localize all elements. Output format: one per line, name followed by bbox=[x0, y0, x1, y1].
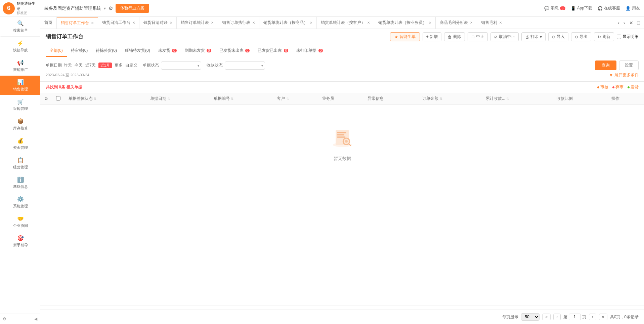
page-input[interactable] bbox=[569, 314, 581, 320]
tab-close-sales-by-customer[interactable]: ✕ bbox=[367, 21, 370, 25]
tab-cash-reconcile[interactable]: 钱货日清对账 ✕ bbox=[139, 17, 177, 29]
tab-sales-by-staff[interactable]: 销货单统计表（按业务员） ✕ bbox=[374, 17, 436, 29]
tab-cash-daily-workbench[interactable]: 钱货日清工作台 ✕ bbox=[98, 17, 139, 29]
tab-sales-order-workbench[interactable]: 销售订单工作台 ✕ bbox=[57, 17, 98, 29]
next-page-btn[interactable]: › bbox=[589, 314, 596, 320]
tab-close-cash-daily[interactable]: ✕ bbox=[132, 21, 135, 25]
import-btn[interactable]: ⊙ 导入 bbox=[548, 32, 568, 41]
tab-close-margin-analysis[interactable]: ✕ bbox=[470, 21, 473, 25]
collapse-icon[interactable]: ◀ bbox=[34, 317, 37, 321]
sidebar-item-search[interactable]: 🔍 搜索菜单 bbox=[0, 17, 40, 37]
tab-margin-analysis[interactable]: 商品毛利分析表 ✕ bbox=[436, 17, 477, 29]
sub-tab-not-printed[interactable]: 未打印单据 0 bbox=[292, 45, 327, 57]
export-btn[interactable]: ⊙ 导出 bbox=[571, 32, 591, 41]
table-scroll[interactable]: ⚙ 单据整体状态 单据日期 单 bbox=[40, 93, 644, 306]
audit-action-btn[interactable]: 审核 bbox=[597, 84, 608, 90]
tab-close-cash-reconcile[interactable]: ✕ bbox=[170, 21, 172, 25]
ship-action-btn[interactable]: 发货 bbox=[628, 84, 639, 90]
sub-tab-not-shipped[interactable]: 未发货 0 bbox=[154, 45, 181, 57]
sub-tab-shipped-not-out[interactable]: 已发货未出库 0 bbox=[215, 45, 254, 57]
date-more[interactable]: 更多 bbox=[115, 63, 123, 68]
add-btn[interactable]: + 新增 bbox=[423, 32, 441, 41]
sidebar-item-basic-info[interactable]: ℹ️ 基础信息 bbox=[0, 173, 40, 193]
system-dropdown-icon[interactable]: ▾ bbox=[104, 6, 106, 11]
col-checkbox[interactable] bbox=[52, 93, 65, 105]
horizontal-scrollbar[interactable] bbox=[40, 306, 644, 310]
tab-sales-by-customer[interactable]: 销货单统计表（按客户） ✕ bbox=[317, 17, 374, 29]
tab-maximize[interactable]: □ bbox=[636, 19, 641, 26]
tab-close-all[interactable]: ✕ bbox=[628, 19, 635, 26]
date-today[interactable]: 今天 bbox=[75, 63, 83, 68]
sub-tab-pending-audit[interactable]: 待审核(0) bbox=[67, 45, 92, 57]
refresh-btn[interactable]: ↻ 刷新 bbox=[594, 32, 614, 41]
sidebar-item-marketing[interactable]: 📢 营销推广 bbox=[0, 56, 40, 76]
col-number[interactable]: 单据编号 bbox=[210, 93, 273, 105]
sidebar-item-purchase[interactable]: 🛒 采购管理 bbox=[0, 95, 40, 115]
col-status[interactable]: 单据整体状态 bbox=[65, 93, 146, 105]
status-select[interactable] bbox=[161, 62, 201, 70]
first-page-btn[interactable]: « bbox=[542, 314, 551, 320]
col-amount[interactable]: 订单金额 bbox=[418, 93, 482, 105]
column-settings-icon[interactable]: ⚙ bbox=[44, 96, 48, 101]
sidebar-item-operations[interactable]: 📋 经营管理 bbox=[0, 154, 40, 173]
app-download-action[interactable]: 📱 App下载 bbox=[571, 5, 592, 11]
sub-tabs: 全部(0) 待审核(0) 待拣验货(0) 旺铺待发货(0) 未发货 0 到期未发… bbox=[40, 45, 644, 57]
payment-select[interactable] bbox=[225, 62, 265, 70]
tab-close-sales-by-product[interactable]: ✕ bbox=[310, 21, 312, 25]
col-staff-label: 业务员 bbox=[322, 96, 334, 101]
sidebar-item-guide[interactable]: 🎯 新手引导 bbox=[0, 232, 40, 251]
date-custom[interactable]: 自定义 bbox=[125, 63, 137, 68]
date-yesterday[interactable]: 昨天 bbox=[64, 63, 72, 68]
header-gear-icon[interactable]: ⚙ bbox=[109, 5, 113, 11]
tab-sales-stat[interactable]: 销售订单统计表 ✕ bbox=[177, 17, 218, 29]
tab-sales-exec[interactable]: 销售订单执行表 ✕ bbox=[218, 17, 259, 29]
set-btn[interactable]: 设置 bbox=[619, 60, 639, 70]
sub-tab-pending-inspect[interactable]: 待拣验货(0) bbox=[92, 45, 121, 57]
delete-btn[interactable]: 🗑 删除 bbox=[444, 32, 465, 41]
date-1month[interactable]: 近1月 bbox=[98, 63, 112, 68]
industry-btn[interactable]: 体验行业方案 bbox=[116, 4, 149, 13]
tab-close-sales-margin[interactable]: ✕ bbox=[499, 21, 502, 25]
sidebar-item-system[interactable]: ⚙️ 系统管理 bbox=[0, 193, 40, 212]
tab-close-sales-stat[interactable]: ✕ bbox=[211, 21, 214, 25]
undo-audit-action-btn[interactable]: 弃审 bbox=[612, 84, 624, 90]
sidebar-item-sales[interactable]: 📊 销售管理 bbox=[0, 76, 40, 95]
last-page-btn[interactable]: » bbox=[599, 314, 607, 320]
tab-close-sales-exec[interactable]: ✕ bbox=[252, 21, 255, 25]
tab-sales-by-product[interactable]: 销货单统计表（按商品） ✕ bbox=[259, 17, 317, 29]
suspend-btn[interactable]: ⊙ 中止 bbox=[468, 32, 488, 41]
col-cumulative[interactable]: 累计收款... bbox=[482, 93, 553, 105]
tab-scroll-left[interactable]: ‹ bbox=[616, 19, 621, 26]
select-all-checkbox[interactable] bbox=[56, 96, 60, 100]
prev-page-btn[interactable]: ‹ bbox=[553, 314, 561, 320]
sub-tab-overdue-not-shipped[interactable]: 到期未发货 0 bbox=[181, 45, 215, 57]
tab-close-sales-order[interactable]: ✕ bbox=[91, 21, 94, 25]
user-action[interactable]: 👤 用友 bbox=[626, 5, 640, 11]
print-btn[interactable]: 🖨 打印 ▾ bbox=[521, 32, 546, 41]
show-detail-checkbox[interactable] bbox=[617, 35, 621, 39]
col-customer[interactable]: 客户 bbox=[273, 93, 318, 105]
expand-conditions-btn[interactable]: ▼ 展开更多条件 bbox=[609, 72, 639, 78]
tab-home[interactable]: 首页 bbox=[40, 17, 57, 29]
tab-scroll-right[interactable]: › bbox=[622, 19, 627, 26]
show-detail-checkbox-wrap[interactable]: 显示明细 bbox=[617, 34, 639, 40]
smart-order-btn[interactable]: ★ 智能生单 bbox=[390, 32, 420, 41]
tab-sales-margin[interactable]: 销售毛利 ✕ bbox=[477, 17, 506, 29]
query-btn[interactable]: 查询 bbox=[595, 60, 616, 70]
col-date[interactable]: 单据日期 bbox=[146, 93, 210, 105]
sidebar-item-quick-nav[interactable]: ⚡ 快捷导航 bbox=[0, 37, 40, 56]
sidebar-item-collaboration[interactable]: 🤝 企业协同 bbox=[0, 212, 40, 232]
sidebar-item-finance[interactable]: 💰 资金管理 bbox=[0, 134, 40, 154]
per-page-select[interactable]: 50 100 200 bbox=[521, 313, 540, 321]
sub-tab-wangpu-pending[interactable]: 旺铺待发货(0) bbox=[121, 45, 154, 57]
cancel-suspend-btn[interactable]: ⊘ 取消中止 bbox=[490, 32, 519, 41]
sidebar-item-inventory[interactable]: 📦 库存核算 bbox=[0, 115, 40, 134]
settings-icon[interactable]: ⚙ bbox=[3, 317, 6, 321]
sub-tab-all[interactable]: 全部(0) bbox=[46, 45, 67, 57]
message-action[interactable]: 💬 消息 6 bbox=[544, 5, 565, 11]
col-settings[interactable]: ⚙ bbox=[40, 93, 52, 105]
sub-tab-shipped-out[interactable]: 已发货已出库 0 bbox=[254, 45, 292, 57]
date-7days[interactable]: 近7天 bbox=[85, 63, 96, 68]
online-service-action[interactable]: 🎧 在线客服 bbox=[598, 5, 620, 11]
tab-close-sales-by-staff[interactable]: ✕ bbox=[429, 21, 431, 25]
